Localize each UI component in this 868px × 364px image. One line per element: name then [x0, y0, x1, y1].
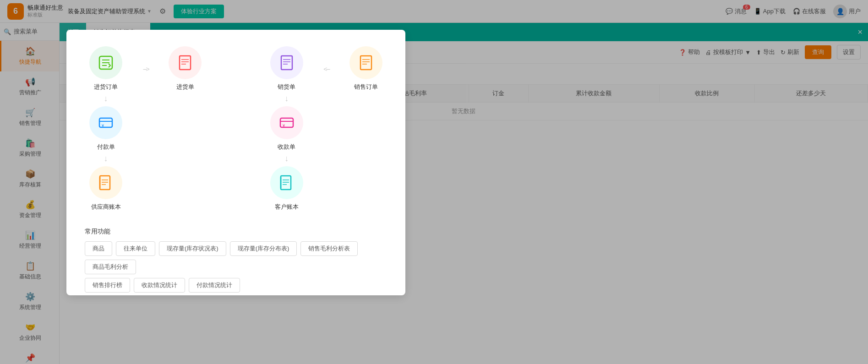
func-btn-receipt-stats[interactable]: 收款情况统计 [134, 278, 185, 293]
func-btn-product-gross[interactable]: 商品毛利分析 [85, 260, 136, 274]
sales-order-label: 销售订单 [354, 83, 378, 91]
func-buttons-row2: 销售排行榜 收款情况统计 付款情况统计 [85, 278, 387, 293]
flow-node-sales-bill[interactable]: 销货单 [266, 42, 308, 96]
common-func-title: 常用功能 [85, 228, 387, 236]
func-buttons-row1: 商品 往来单位 现存量(库存状况表) 现存量(库存分布表) 销售毛利分析表 商品… [85, 241, 387, 274]
svg-rect-29 [360, 56, 371, 70]
purchase-order-label: 进货订单 [94, 83, 118, 91]
payment-label: 付款单 [97, 143, 115, 151]
quick-nav-modal: 进货订单 ↓ ¥ 付款单 ↓ [66, 30, 405, 295]
flow-node-purchase-order[interactable]: 进货订单 [85, 42, 127, 96]
func-btn-product[interactable]: 商品 [85, 241, 112, 256]
func-btn-stock-dist[interactable]: 现存量(库存分布表) [230, 241, 297, 256]
svg-rect-12 [99, 177, 101, 189]
payment-icon: ¥ [89, 106, 122, 139]
func-btn-payment-stats[interactable]: 付款情况统计 [189, 278, 240, 293]
supplier-ledger-label: 供应商账本 [91, 203, 121, 211]
func-btn-counterpart[interactable]: 往来单位 [116, 241, 155, 256]
func-btn-sales-rank[interactable]: 销售排行榜 [85, 278, 130, 293]
svg-rect-24 [281, 176, 291, 190]
purchase-bill-label: 进货单 [176, 83, 194, 91]
supplier-ledger-icon [89, 166, 122, 199]
flow-node-sales-order[interactable]: 销售订单 [345, 42, 387, 96]
receipt-icon: ¥ [270, 106, 303, 139]
flow-node-customer-ledger[interactable]: 客户账本 [266, 162, 308, 216]
svg-rect-8 [100, 176, 110, 190]
receipt-label: 收款单 [278, 143, 295, 151]
flow-node-receipt[interactable]: ¥ 收款单 [266, 102, 308, 156]
flow-node-supplier-ledger[interactable]: 供应商账本 [85, 162, 127, 216]
sales-bill-icon [270, 46, 303, 79]
modal-overlay[interactable]: 进货订单 ↓ ¥ 付款单 ↓ [0, 0, 868, 364]
svg-text:¥: ¥ [101, 123, 104, 128]
arrow-h-1: - - -> [143, 43, 148, 73]
svg-rect-7 [100, 176, 110, 190]
svg-rect-28 [280, 177, 282, 189]
purchase-order-icon [89, 46, 122, 79]
svg-text:¥: ¥ [282, 123, 285, 128]
purchase-bill-icon [169, 46, 202, 79]
svg-rect-17 [281, 56, 292, 70]
func-btn-stock-status[interactable]: 现存量(库存状况表) [159, 241, 226, 256]
common-functions-section: 常用功能 商品 往来单位 现存量(库存状况表) 现存量(库存分布表) 销售毛利分… [85, 228, 387, 293]
flow-node-payment[interactable]: ¥ 付款单 [85, 102, 127, 156]
sales-order-icon [349, 46, 382, 79]
sales-bill-label: 销货单 [278, 83, 295, 91]
customer-ledger-icon [270, 166, 303, 199]
arrow-h-2: <- - - [323, 43, 329, 73]
func-btn-sales-gross[interactable]: 销售毛利分析表 [300, 241, 358, 256]
customer-ledger-label: 客户账本 [275, 203, 299, 211]
flow-node-purchase-bill[interactable]: 进货单 [164, 42, 206, 96]
svg-rect-13 [180, 56, 191, 70]
